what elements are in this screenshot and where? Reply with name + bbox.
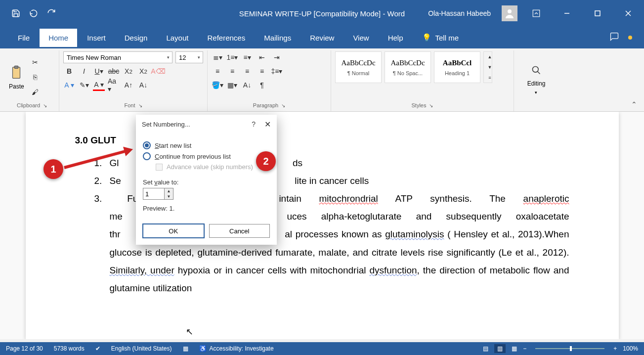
tab-design[interactable]: Design (116, 29, 157, 47)
font-size-combo[interactable]: 12 (175, 51, 203, 63)
tab-file[interactable]: File (9, 29, 39, 47)
cut-icon[interactable]: ✂ (29, 56, 41, 68)
document-area[interactable]: 3.0 GLUT Glxxxxxxxxxxxxxxxxxxxxxxxxxxxxx… (0, 112, 644, 339)
strikethrough-button[interactable]: abc (108, 65, 120, 77)
minimize-button[interactable] (555, 4, 579, 22)
font-color-button[interactable]: A ▾ (93, 79, 105, 91)
set-value-spinner[interactable]: ▲▼ (143, 188, 173, 200)
web-layout-icon[interactable]: ▦ (512, 345, 517, 352)
bullets-button[interactable]: ≣▾ (212, 51, 223, 63)
line-spacing-button[interactable]: ‡≡▾ (271, 65, 283, 77)
multilevel-button[interactable]: ≡▾ (241, 51, 253, 63)
styles-up-icon[interactable]: ▲ (484, 52, 496, 62)
help-icon[interactable]: ? (252, 120, 256, 128)
clipboard-launcher[interactable]: ↘ (43, 103, 47, 108)
borders-button[interactable]: ▦▾ (226, 79, 238, 91)
set-value-input[interactable] (143, 188, 164, 199)
spinner-up-icon[interactable]: ▲ (165, 188, 173, 194)
grow-font-button[interactable]: A↑ (123, 79, 134, 91)
styles-gallery[interactable]: AaBbCcDc¶ Normal AaBbCcDc¶ No Spac... Aa… (335, 51, 510, 83)
align-right-button[interactable]: ≡ (241, 65, 253, 77)
tab-mailings[interactable]: Mailings (255, 29, 300, 47)
tab-view[interactable]: View (344, 29, 378, 47)
style-normal[interactable]: AaBbCcDc¶ Normal (335, 51, 382, 83)
spinner-down-icon[interactable]: ▼ (165, 194, 173, 199)
style-name: ¶ No Spac... (393, 70, 423, 76)
tell-me[interactable]: 💡 Tell me (413, 28, 468, 47)
zoom-out-button[interactable]: − (523, 345, 526, 352)
maximize-button[interactable] (586, 4, 609, 22)
radio-continue-list[interactable]: Continue from previous list (143, 152, 270, 160)
macro-icon[interactable]: ▦ (183, 345, 188, 352)
styles-launcher[interactable]: ↘ (429, 103, 433, 108)
page-count[interactable]: Page 12 of 30 (6, 345, 43, 352)
font-launcher[interactable]: ↘ (138, 103, 142, 108)
ok-button[interactable]: OK (143, 224, 204, 238)
decrease-indent-button[interactable]: ⇤ (256, 51, 268, 63)
cancel-button[interactable]: Cancel (209, 224, 270, 238)
tab-home[interactable]: Home (40, 29, 77, 47)
clipboard-group-label: Clipboard (17, 102, 40, 108)
save-icon[interactable] (10, 7, 22, 19)
text-effects-button[interactable]: A ▾ (63, 79, 75, 91)
subscript-button[interactable]: X2 (123, 65, 134, 77)
shading-button[interactable]: 🪣▾ (212, 79, 223, 91)
font-name-combo[interactable]: Times New Roman (63, 51, 172, 63)
accessibility-status[interactable]: ♿Accessibility: Investigate (199, 345, 274, 352)
user-avatar[interactable] (502, 5, 517, 21)
superscript-button[interactable]: X2 (137, 65, 149, 77)
svg-point-0 (508, 9, 512, 13)
language-status[interactable]: English (United States) (111, 345, 172, 352)
close-icon[interactable]: ✕ (264, 120, 271, 129)
collapse-ribbon-icon[interactable]: ⌃ (631, 100, 637, 108)
radio-icon (143, 141, 151, 149)
align-left-button[interactable]: ≡ (212, 65, 223, 77)
redo-icon[interactable] (45, 7, 57, 19)
undo-icon[interactable] (28, 7, 40, 19)
word-count[interactable]: 5738 words (54, 345, 85, 352)
italic-button[interactable]: I (78, 65, 90, 77)
styles-down-icon[interactable]: ▼ (484, 62, 496, 73)
highlight-button[interactable]: ✎▾ (78, 79, 90, 91)
bold-button[interactable]: B (63, 65, 75, 77)
align-center-button[interactable]: ≡ (226, 65, 238, 77)
format-painter-icon[interactable]: 🖌 (29, 86, 41, 98)
radio-start-new-list[interactable]: Start new list (143, 141, 270, 149)
ribbon-options-icon[interactable] (524, 4, 548, 22)
print-layout-icon[interactable]: ▥ (494, 344, 506, 353)
tab-layout[interactable]: Layout (157, 29, 197, 47)
tab-review[interactable]: Review (301, 29, 343, 47)
change-case-button[interactable]: Aa ▾ (108, 79, 120, 91)
close-button[interactable] (616, 4, 640, 22)
spellcheck-icon[interactable]: ✔ (95, 345, 100, 352)
sort-button[interactable]: A↓ (241, 79, 253, 91)
underline-button[interactable]: U ▾ (93, 65, 105, 77)
share-icon[interactable] (628, 36, 632, 40)
accessibility-icon: ♿ (199, 345, 207, 352)
tab-help[interactable]: Help (379, 29, 412, 47)
editing-button[interactable]: Editing ▾ (527, 65, 546, 95)
copy-icon[interactable]: ⎘ (29, 71, 41, 83)
svg-rect-1 (533, 10, 540, 17)
clear-format-icon[interactable]: A⌫ (152, 65, 164, 77)
paragraph-launcher[interactable]: ↘ (281, 103, 285, 108)
comments-icon[interactable] (609, 32, 619, 44)
shrink-font-button[interactable]: A↓ (137, 79, 149, 91)
increase-indent-button[interactable]: ⇥ (271, 51, 283, 63)
tab-insert[interactable]: Insert (78, 29, 115, 47)
zoom-level[interactable]: 100% (623, 345, 638, 352)
tab-references[interactable]: References (198, 29, 254, 47)
style-no-spacing[interactable]: AaBbCcDc¶ No Spac... (385, 51, 431, 83)
read-mode-icon[interactable]: ▤ (483, 345, 488, 352)
numbering-button[interactable]: 1≡▾ (226, 51, 238, 63)
style-heading1[interactable]: AaBbCclHeading 1 (434, 51, 480, 83)
radio-icon (143, 152, 151, 160)
paste-button[interactable]: Paste (9, 64, 24, 90)
zoom-in-button[interactable]: + (613, 345, 617, 352)
checkbox-icon (156, 164, 163, 171)
styles-more-icon[interactable]: ≡ (484, 72, 496, 83)
lightbulb-icon: 💡 (422, 33, 431, 42)
zoom-slider[interactable] (535, 348, 604, 349)
justify-button[interactable]: ≡ (256, 65, 268, 77)
show-marks-button[interactable]: ¶ (256, 79, 268, 91)
